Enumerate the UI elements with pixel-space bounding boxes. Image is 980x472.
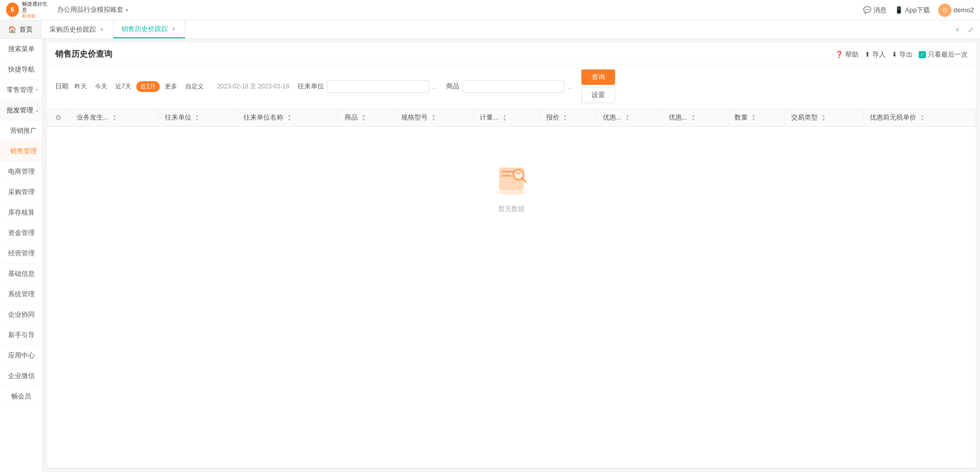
sort-icon: ▲▼ <box>112 114 116 122</box>
col-unit-code[interactable]: 往来单位 ▲▼ <box>158 109 237 127</box>
sort-icon: ▲▼ <box>432 114 436 122</box>
tab-home[interactable]: 🏠 首页 <box>0 20 41 38</box>
tab-close-sales[interactable]: × <box>171 25 177 34</box>
sidebar-item-quick-nav[interactable]: 快捷导航 <box>0 59 42 80</box>
sort-icon: ▲▼ <box>691 114 695 122</box>
date-last1month-btn[interactable]: 近1月 <box>136 81 160 92</box>
checkbox-icon: ✓ <box>919 51 926 58</box>
sidebar-item-enterprise-collab[interactable]: 企业协同 <box>0 304 42 325</box>
page-header-actions: ❓ 帮助 ⬆ 导入 ⬇ 导出 ✓ 只看最后一次 <box>835 50 968 59</box>
filter-bar: 日期 昨天 今天 近7天 近1月 更多 自定义 2023-02-18 至 202… <box>47 64 976 109</box>
header-right: 💬 消息 📱 App下载 D demo2 <box>863 4 974 17</box>
tab-close-purchase[interactable]: × <box>99 25 105 34</box>
source-unit-input[interactable] <box>327 80 429 93</box>
page-title: 销售历史价查询 <box>55 49 112 60</box>
sort-icon: ▲▼ <box>752 114 756 122</box>
logo-area: 6 畅捷通好生意 标准版 <box>6 1 49 19</box>
table-container: ⚙ 业务发生... ▲▼ 往来单位 ▲▼ 往来单位名称 <box>47 109 976 468</box>
content-area: 销售历史价查询 ❓ 帮助 ⬆ 导入 ⬇ 导出 ✓ <box>43 39 980 472</box>
message-action[interactable]: 💬 消息 <box>863 6 887 15</box>
sidebar-item-member-club[interactable]: 畅会员 <box>0 386 42 407</box>
col-settings[interactable]: ⚙ <box>47 109 70 127</box>
app-download-icon: 📱 <box>895 6 903 14</box>
sidebar-item-operations-mgmt[interactable]: 经营管理 <box>0 243 42 264</box>
col-pre-tax-price[interactable]: 优惠前无税单价 ▲▼ <box>864 109 976 127</box>
page: 销售历史价查询 ❓ 帮助 ⬆ 导入 ⬇ 导出 ✓ <box>47 43 976 468</box>
sort-icon: ▲▼ <box>503 114 507 122</box>
query-button[interactable]: 查询 <box>581 69 615 85</box>
import-icon: ⬆ <box>865 51 870 58</box>
import-action[interactable]: ⬆ 导入 <box>865 50 886 59</box>
app-download-action[interactable]: 📱 App下载 <box>895 6 930 15</box>
date-buttons: 昨天 今天 近7天 近1月 更多 自定义 <box>71 81 207 92</box>
sidebar-item-purchase-mgmt[interactable]: 采购管理 <box>0 182 42 202</box>
date-more-btn[interactable]: 更多 <box>162 81 180 92</box>
sort-icon: ▲▼ <box>563 114 567 122</box>
page-header: 销售历史价查询 ❓ 帮助 ⬆ 导入 ⬇ 导出 ✓ <box>47 43 976 64</box>
goods-input[interactable] <box>462 80 565 93</box>
sidebar-item-search-menu[interactable]: 搜索菜单 <box>0 39 42 59</box>
gear-icon[interactable]: ⚙ <box>53 111 64 124</box>
sort-icon: ▲▼ <box>195 114 199 122</box>
col-unit[interactable]: 计量... ▲▼ <box>474 109 540 127</box>
main-layout: 搜索菜单 快捷导航 零售管理 ▾ 批发管理 ▴ 营销推广 销售管理 电商管理 采… <box>0 39 980 472</box>
export-icon: ⬇ <box>892 51 897 58</box>
filter-buttons: 查询 设置 <box>581 69 615 103</box>
tab-sales-history[interactable]: 销售历史价跟踪 × <box>113 20 185 38</box>
help-action[interactable]: ❓ 帮助 <box>835 50 859 59</box>
sidebar-item-sales-mgmt[interactable]: 销售管理 <box>0 141 42 161</box>
sidebar-item-basic-info[interactable]: 基础信息 <box>0 264 42 284</box>
date-custom-btn[interactable]: 自定义 <box>182 81 207 92</box>
sidebar-item-inventory-check[interactable]: 库存核算 <box>0 202 42 223</box>
col-quantity[interactable]: 数量 ▲▼ <box>728 109 785 127</box>
sidebar-item-ecommerce-mgmt[interactable]: 电商管理 <box>0 161 42 182</box>
col-trade-type[interactable]: 交易类型 ▲▼ <box>785 109 863 127</box>
tab-bar-actions: × ⤢ <box>949 20 980 38</box>
settings-button[interactable]: 设置 <box>581 87 615 103</box>
source-unit-label: 往来单位 <box>298 82 324 91</box>
industry-selector[interactable]: 办公用品行业模拟账套 ▾ <box>53 3 132 16</box>
source-unit-dots[interactable]: ... <box>432 83 438 90</box>
data-table: ⚙ 业务发生... ▲▼ 往来单位 ▲▼ 往来单位名称 <box>47 109 976 127</box>
sidebar-item-beginner-guide[interactable]: 新手引导 <box>0 325 42 345</box>
only-last-checkbox[interactable]: ✓ 只看最后一次 <box>919 50 968 59</box>
expand-button[interactable]: ⤢ <box>966 25 976 35</box>
date-yesterday-btn[interactable]: 昨天 <box>71 81 90 92</box>
goods-dots[interactable]: ... <box>568 83 573 90</box>
avatar: D <box>938 4 951 17</box>
sidebar-item-wholesale-mgmt[interactable]: 批发管理 ▴ <box>0 100 42 121</box>
col-spec[interactable]: 规格型号 ▲▼ <box>395 109 473 127</box>
date-last7-btn[interactable]: 近7天 <box>112 81 134 92</box>
header-left: 6 畅捷通好生意 标准版 办公用品行业模拟账套 ▾ <box>6 1 132 19</box>
home-icon: 🏠 <box>8 26 16 33</box>
chevron-down-icon: ▾ <box>126 7 128 13</box>
goods-filter: 商品 ... <box>446 80 573 93</box>
date-today-btn[interactable]: 今天 <box>92 81 110 92</box>
sidebar-item-app-center[interactable]: 应用中心 <box>0 345 42 366</box>
goods-label: 商品 <box>446 82 459 91</box>
source-unit-filter: 往来单位 ... <box>298 80 438 93</box>
close-all-tabs-button[interactable]: × <box>953 25 962 35</box>
export-action[interactable]: ⬇ 导出 <box>892 50 913 59</box>
sidebar-item-marketing-promo[interactable]: 营销推广 <box>0 121 42 141</box>
col-discount1[interactable]: 优惠... ▲▼ <box>596 109 662 127</box>
sidebar-item-enterprise-wechat[interactable]: 企业微信 <box>0 366 42 386</box>
help-icon: ❓ <box>835 51 843 58</box>
table-header: ⚙ 业务发生... ▲▼ 往来单位 ▲▼ 往来单位名称 <box>47 109 976 127</box>
message-icon: 💬 <box>863 6 871 14</box>
sidebar-item-finance-mgmt[interactable]: 资金管理 <box>0 223 42 243</box>
col-biz-date[interactable]: 业务发生... ▲▼ <box>70 109 159 127</box>
sort-icon: ▲▼ <box>625 114 629 122</box>
col-quote[interactable]: 报价 ▲▼ <box>540 109 596 127</box>
sidebar-item-retail-mgmt[interactable]: 零售管理 ▾ <box>0 80 42 100</box>
tab-purchase-history[interactable]: 采购历史价跟踪 × <box>41 20 113 38</box>
sort-icon: ▲▼ <box>822 114 826 122</box>
table-header-row: ⚙ 业务发生... ▲▼ 往来单位 ▲▼ 往来单位名称 <box>47 109 976 127</box>
logo-icon: 6 <box>6 3 19 17</box>
sidebar-item-system-mgmt[interactable]: 系统管理 <box>0 284 42 304</box>
col-discount2[interactable]: 优惠... ▲▼ <box>662 109 728 127</box>
sidebar: 搜索菜单 快捷导航 零售管理 ▾ 批发管理 ▴ 营销推广 销售管理 电商管理 采… <box>0 39 43 472</box>
user-menu[interactable]: D demo2 <box>938 4 974 17</box>
col-unit-name[interactable]: 往来单位名称 ▲▼ <box>237 109 338 127</box>
col-goods[interactable]: 商品 ▲▼ <box>338 109 395 127</box>
